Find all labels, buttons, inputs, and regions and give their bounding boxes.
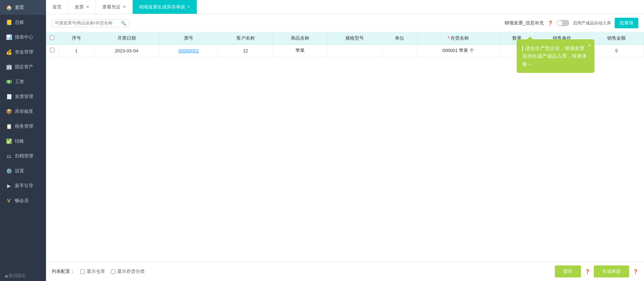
col-model: 规格型号	[327, 32, 382, 45]
row-amount: 5	[589, 45, 644, 57]
sidebar-item-fixed-assets[interactable]: 🏢 固定资产	[0, 59, 46, 74]
col-customer: 客户名称	[218, 32, 273, 45]
toggle-knob	[557, 21, 562, 25]
sidebar-item-archive[interactable]: 🗂 归档管理	[0, 149, 46, 164]
reports-icon: 📊	[6, 34, 12, 40]
row-unit	[382, 45, 417, 57]
tab-stock-bill[interactable]: 销项发票生成库存单据 ✕	[133, 0, 197, 14]
toggle-switch[interactable]	[557, 20, 569, 26]
sidebar-item-reports[interactable]: 📊 报表中心	[0, 30, 46, 45]
tax-icon: 📋	[6, 124, 12, 129]
save-help-icon[interactable]: ❓	[585, 269, 590, 274]
generate-help-icon[interactable]: ❓	[633, 269, 638, 274]
toolbar-right: 销项发票_信息补充 ❓ 启用产成品自动入库 批量填	[505, 18, 638, 28]
archive-icon: 🗂	[6, 153, 12, 159]
help-icon[interactable]: ❓	[547, 21, 553, 26]
toggle-label: 启用产成品自动入库	[573, 20, 611, 26]
row-date: 2023-03-04	[94, 45, 159, 57]
row-customer: 12	[218, 45, 273, 57]
tooltip-text: 适合生产型企业，销项发票自动生成产成品入库，快来体验～	[522, 45, 587, 67]
select-all-checkbox[interactable]	[50, 35, 54, 40]
vip-icon: V	[6, 198, 12, 203]
sidebar-item-settle[interactable]: ✅ 结账	[0, 134, 46, 149]
settings-icon: ⚙️	[6, 168, 12, 174]
row-checkbox-cell	[46, 45, 59, 57]
tab-stock-bill-close[interactable]: ✕	[187, 5, 190, 9]
sidebar-item-inventory[interactable]: 📦 库存核算	[0, 104, 46, 119]
row-seq: 1	[59, 45, 94, 57]
col-product: 商品名称	[273, 32, 327, 45]
row-stock: 000001 苹果 个	[417, 45, 500, 57]
funds-icon: 💰	[6, 49, 12, 55]
sidebar-item-home[interactable]: 🏠 首页	[0, 0, 46, 15]
show-warehouse-checkbox[interactable]: 显示仓库	[80, 268, 105, 275]
sidebar-item-ledger[interactable]: 📒 总账	[0, 15, 46, 30]
info-label: 销项发票_信息补充	[505, 20, 544, 26]
row-no: 00000001	[159, 45, 218, 57]
unfix-icon: ◀	[4, 274, 7, 279]
col-amount: 销售金额	[589, 32, 644, 45]
list-config-label: 列表配置：	[52, 268, 75, 275]
sidebar-item-invoice-mgmt[interactable]: 🧾 发票管理	[0, 89, 46, 104]
guide-icon: ▶	[6, 183, 12, 189]
sidebar-item-payroll[interactable]: 💵 工资	[0, 74, 46, 89]
search-box[interactable]: 🔍	[52, 19, 130, 27]
tab-bar: 首页 发票 ✕ 查看凭证 ✕ 销项发票生成库存单据 ✕	[46, 0, 644, 14]
show-category-input[interactable]	[111, 269, 115, 274]
col-checkbox	[46, 32, 59, 45]
sidebar-item-funds[interactable]: 💰 资金管理	[0, 45, 46, 59]
tab-voucher-close[interactable]: ✕	[123, 5, 126, 9]
tab-voucher[interactable]: 查看凭证 ✕	[96, 0, 133, 14]
sidebar-item-tax[interactable]: 📋 税务管理	[0, 119, 46, 134]
show-warehouse-input[interactable]	[80, 269, 85, 274]
fixed-assets-icon: 🏢	[6, 64, 12, 70]
home-icon: 🏠	[6, 5, 12, 10]
row-checkbox[interactable]	[50, 48, 54, 52]
sidebar-item-settings[interactable]: ⚙️ 设置	[0, 164, 46, 178]
sidebar: 🏠 首页 📒 总账 📊 报表中心 💰 资金管理 🏢 固定资产 💵 工资 🧾 发票…	[0, 0, 46, 281]
row-product: 苹果	[273, 45, 327, 57]
show-category-checkbox[interactable]: 显示存货分类	[111, 268, 145, 275]
page-body: 🔍 销项发票_信息补充 ❓ 启用产成品自动入库 批量填 × 适合生产型企业，销项…	[46, 14, 644, 281]
tab-home[interactable]: 首页	[46, 0, 68, 14]
tooltip-cursor	[522, 46, 523, 51]
bottom-right: 暂存 ❓ 生成单据 ❓	[555, 265, 638, 277]
ledger-icon: 📒	[6, 19, 12, 25]
tooltip-close-button[interactable]: ×	[588, 41, 591, 49]
sidebar-item-guide[interactable]: ▶ 新手引导	[0, 178, 46, 193]
col-stock: * 存货名称	[417, 32, 500, 45]
col-no: 票号	[159, 32, 218, 45]
table-container: × 适合生产型企业，销项发票自动生成产成品入库，快来体验～ 序号 开票日期	[46, 32, 644, 262]
save-button[interactable]: 暂存	[555, 265, 581, 277]
sidebar-item-vip[interactable]: V 畅会员	[0, 193, 46, 208]
bottom-bar: 列表配置： 显示仓库 显示存货分类 暂存 ❓ 生成单据 ❓	[46, 262, 644, 281]
tooltip-bubble: × 适合生产型企业，销项发票自动生成产成品入库，快来体验～	[517, 39, 594, 73]
row-no-link[interactable]: 00000001	[178, 48, 199, 53]
unfix-button[interactable]: ◀ 取消固定	[0, 271, 46, 281]
generate-button[interactable]: 生成单据	[594, 265, 629, 277]
payroll-icon: 💵	[6, 79, 12, 85]
col-date: 开票日期	[94, 32, 159, 45]
col-unit: 单位	[382, 32, 417, 45]
inventory-icon: 📦	[6, 109, 12, 114]
settle-icon: ✅	[6, 138, 12, 144]
search-input[interactable]	[55, 21, 119, 25]
search-icon: 🔍	[121, 21, 126, 26]
batch-fill-button[interactable]: 批量填	[615, 18, 638, 28]
row-model	[327, 45, 382, 57]
toolbar: 🔍 销项发票_信息补充 ❓ 启用产成品自动入库 批量填	[46, 14, 644, 32]
invoice-mgmt-icon: 🧾	[6, 94, 12, 99]
tab-invoice[interactable]: 发票 ✕	[68, 0, 96, 14]
col-seq: 序号	[59, 32, 94, 45]
tab-invoice-close[interactable]: ✕	[86, 5, 89, 9]
main-area: 首页 发票 ✕ 查看凭证 ✕ 销项发票生成库存单据 ✕ 🔍 销项发票_信息补充 …	[46, 0, 644, 281]
